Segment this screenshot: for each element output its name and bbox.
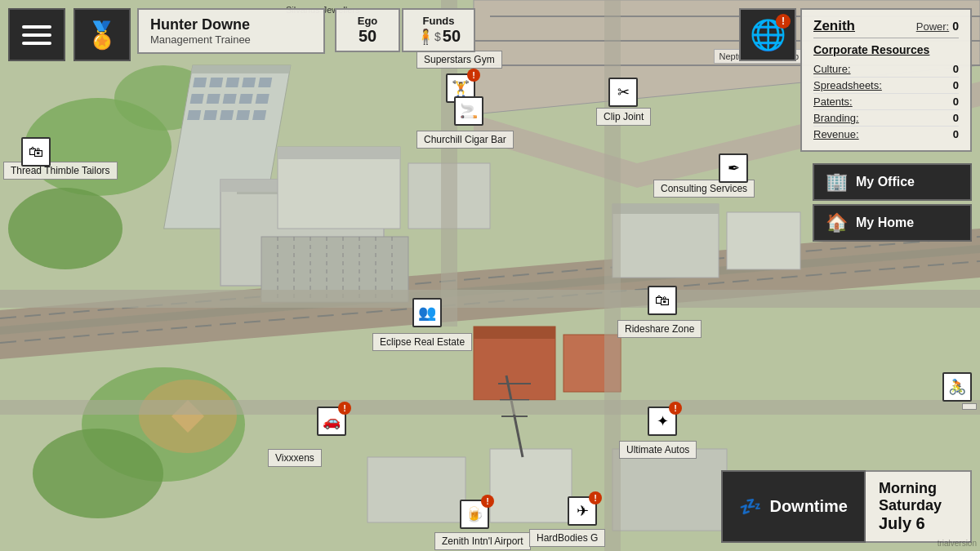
svg-rect-10: [258, 78, 272, 87]
tap-pub-icon[interactable]: 🍺: [460, 500, 489, 529]
person-icon: 🧍: [416, 28, 434, 46]
svg-rect-5: [191, 65, 291, 73]
ego-stat: Ego 50: [335, 8, 400, 52]
menu-button[interactable]: [8, 8, 65, 61]
corp-row-spreadsheets[interactable]: Spreadsheets: 0: [813, 78, 959, 94]
time-greeting: Morning: [879, 480, 957, 497]
my-office-button[interactable]: 🏢 My Office: [813, 163, 972, 201]
svg-rect-47: [474, 327, 555, 339]
location-buttons: 🏢 My Office 🏠 My Home: [813, 163, 972, 242]
branding-value: 0: [953, 112, 959, 124]
achievement-button[interactable]: 🏅: [74, 8, 131, 61]
ego-value: 50: [359, 27, 376, 45]
home-icon: 🏠: [826, 212, 848, 233]
power-value: 0: [952, 20, 959, 33]
corp-name: Zenith: [813, 18, 855, 34]
exclamation-badge: !: [776, 14, 791, 29]
patents-label[interactable]: Patents:: [813, 96, 853, 108]
corp-panel: Zenith Power: 0 Corporate Resources Cult…: [800, 8, 972, 152]
funds-stat: Funds 🧍 $ 50: [402, 8, 475, 52]
svg-rect-29: [278, 147, 400, 159]
corp-row-patents[interactable]: Patents: 0: [813, 94, 959, 110]
downtime-icon: 💤: [739, 496, 761, 518]
eclipse-icon[interactable]: 🛍: [648, 286, 677, 315]
svg-rect-19: [236, 110, 250, 120]
downtime-label: Downtime: [769, 497, 848, 516]
power-section: Power: 0: [916, 20, 959, 33]
svg-point-2: [8, 188, 122, 269]
svg-rect-15: [256, 94, 270, 104]
clip-joint-icon[interactable]: ✂: [608, 78, 638, 107]
vixxxens-icon[interactable]: ✦: [648, 407, 677, 436]
thread-thimble-icon[interactable]: 🛍: [21, 137, 51, 167]
corp-row-branding[interactable]: Branding: 0: [813, 110, 959, 127]
hardbodies-icon[interactable]: 🚴: [942, 372, 972, 402]
culture-value: 0: [953, 63, 959, 75]
time-panel: Morning Saturday July 6: [866, 470, 972, 543]
my-home-button[interactable]: 🏠 My Home: [813, 204, 972, 242]
svg-rect-12: [207, 94, 220, 104]
branding-label[interactable]: Branding:: [813, 112, 859, 124]
corp-row-revenue[interactable]: Revenue: 0: [813, 127, 959, 142]
svg-rect-14: [239, 94, 253, 104]
funds-value: 50: [443, 27, 461, 46]
downtime-panel: 💤 Downtime Morning Saturday July 6: [721, 470, 972, 543]
time-date: July 6: [879, 514, 957, 533]
svg-rect-65: [0, 400, 980, 415]
churchill-cigar-icon[interactable]: 🚬: [454, 96, 483, 126]
player-title: Management Trainee: [150, 33, 312, 46]
office-icon: 🏢: [826, 171, 848, 193]
svg-rect-51: [727, 212, 800, 269]
airport-icon[interactable]: ✈: [568, 496, 597, 526]
menu-bar-3: [22, 42, 51, 45]
svg-point-53: [33, 429, 163, 518]
menu-bar-1: [22, 25, 51, 29]
player-name: Hunter Downe: [150, 16, 312, 33]
my-home-label: My Home: [856, 216, 914, 230]
svg-rect-57: [368, 457, 466, 522]
svg-rect-8: [225, 78, 239, 87]
svg-rect-50: [612, 204, 719, 214]
revenue-value: 0: [953, 128, 959, 140]
svg-rect-17: [203, 110, 217, 120]
downtime-button[interactable]: 💤 Downtime: [721, 470, 866, 543]
ego-label: Ego: [350, 15, 385, 27]
svg-rect-6: [193, 78, 207, 87]
globe-button[interactable]: 🌐 !: [739, 8, 796, 61]
svg-rect-59: [612, 449, 727, 531]
svg-rect-16: [187, 110, 201, 120]
funds-label: Funds: [423, 15, 455, 27]
rideshare-icon[interactable]: 🚗: [317, 407, 346, 436]
svg-rect-11: [190, 94, 204, 104]
corp-resources-title: Corporate Resources: [813, 43, 959, 56]
spreadsheets-label[interactable]: Spreadsheets:: [813, 79, 882, 91]
menu-bar-2: [22, 33, 51, 37]
time-day: Saturday: [879, 497, 957, 514]
svg-rect-20: [252, 110, 266, 120]
svg-rect-64: [0, 290, 980, 308]
power-label: Power:: [916, 20, 949, 33]
svg-rect-13: [223, 94, 237, 104]
svg-rect-58: [490, 449, 572, 522]
corp-row-culture[interactable]: Culture: 0: [813, 61, 959, 78]
badge-icon: 🏅: [86, 20, 118, 51]
culture-label[interactable]: Culture:: [813, 63, 851, 75]
player-panel: Hunter Downe Management Trainee: [137, 8, 325, 54]
currency-symbol: $: [434, 30, 441, 43]
svg-rect-7: [209, 78, 223, 87]
stats-panel: Ego 50 Funds 🧍 $ 50: [335, 8, 475, 52]
brand-ink-icon[interactable]: ✒: [719, 153, 748, 183]
revenue-label[interactable]: Revenue:: [813, 128, 859, 140]
svg-rect-49: [612, 204, 719, 278]
my-office-label: My Office: [856, 175, 915, 189]
svg-rect-9: [242, 78, 256, 87]
svg-rect-18: [220, 110, 234, 120]
patents-value: 0: [953, 96, 959, 108]
spreadsheets-value: 0: [953, 79, 959, 91]
consulting-icon[interactable]: 👥: [412, 298, 442, 327]
corp-header: Zenith Power: 0: [813, 18, 959, 38]
